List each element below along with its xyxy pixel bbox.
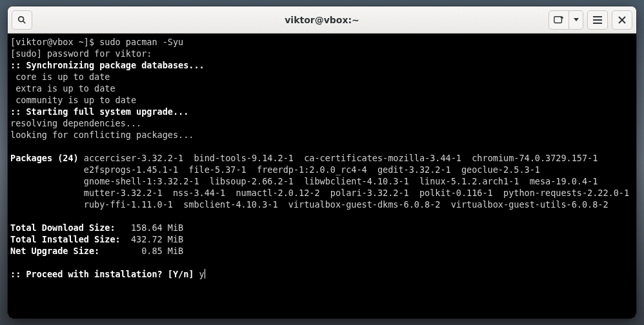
net-upgrade-value: 0.85 MiB [131,246,183,256]
proceed-answer: y [199,269,205,279]
packages-line: gnome-shell-1:3.32.2-1 libsoup-2.66.2-1 … [10,176,598,186]
search-button[interactable] [12,10,32,30]
total-download-value: 158.64 MiB [131,222,183,233]
chevron-down-icon [574,18,579,22]
svg-line-1 [23,21,26,23]
total-installed-label: Total Installed Size: [10,234,131,244]
close-button[interactable] [612,10,632,30]
packages-line: mutter-3.32.2-1 nss-3.44-1 numactl-2.0.1… [10,188,629,198]
sync-line: extra is up to date [10,83,116,94]
window-title: viktor@vbox:~ [285,15,359,25]
sync-line: community is up to date [10,95,136,105]
terminal-window: viktor@vbox:~ [8,6,636,319]
command-text: sudo pacman -Syu [99,37,183,47]
net-upgrade-label: Net Upgrade Size: [10,246,131,256]
sync-header: :: Synchronizing package databases... [10,60,205,70]
search-icon [17,15,26,25]
packages-line: e2fsprogs-1.45.1-1 file-5.37-1 freerdp-1… [10,164,540,175]
titlebar: viktor@vbox:~ [8,6,636,34]
new-tab-icon [554,15,564,25]
terminal-content[interactable]: [viktor@vbox ~]$ sudo pacman -Syu [sudo]… [8,34,636,319]
upgrade-header: :: Starting full system upgrade... [10,106,188,117]
sync-line: core is up to date [10,72,110,82]
new-tab-group [548,10,583,30]
new-tab-button[interactable] [548,10,569,30]
resolve-line: resolving dependencies... [10,118,141,128]
resolve-line: looking for conflicting packages... [10,130,194,140]
packages-label: Packages (24) [10,153,84,163]
hamburger-icon [593,16,602,24]
packages-line: accerciser-3.32.2-1 bind-tools-9.14.2-1 … [84,153,598,163]
sudo-line: [sudo] password for viktor: [10,48,152,59]
new-tab-menu-button[interactable] [569,10,583,30]
close-icon [618,16,626,24]
hamburger-menu-button[interactable] [587,10,608,30]
proceed-prompt: :: Proceed with installation? [Y/n] [10,269,199,279]
total-installed-value: 432.72 MiB [131,234,183,244]
total-download-label: Total Download Size: [10,222,131,233]
packages-line: ruby-ffi-1.11.0-1 smbclient-4.10.3-1 vir… [10,199,609,210]
svg-point-0 [19,16,24,21]
prompt: [viktor@vbox ~]$ [10,37,99,47]
terminal-cursor [205,269,205,279]
